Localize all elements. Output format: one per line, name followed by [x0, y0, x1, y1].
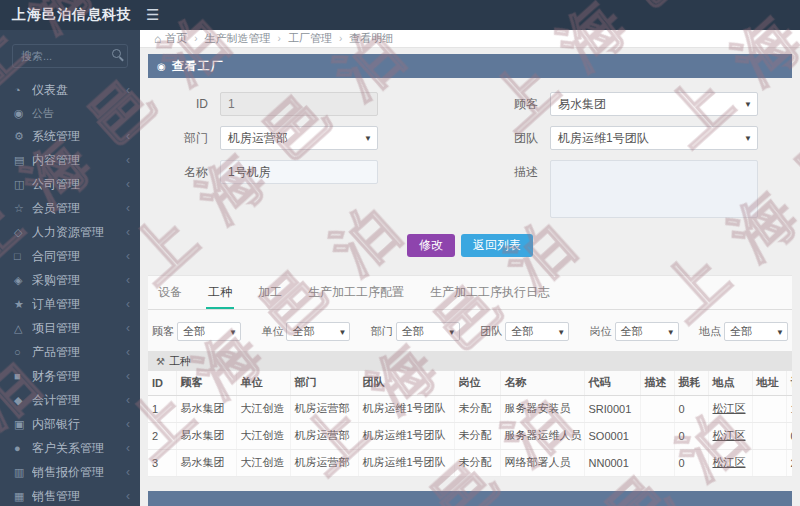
- tab-3[interactable]: 生产加工工序配置: [306, 276, 406, 309]
- tab-1[interactable]: 工种: [206, 276, 234, 309]
- cell-r0-c4: 机房运维1号团队: [358, 395, 454, 422]
- filter-4: 岗位全部▼: [590, 322, 679, 341]
- cell-r0-c12: 100.00: [786, 395, 792, 422]
- sidebar-item-15[interactable]: ●客户关系管理‹: [0, 436, 140, 460]
- column-header-0[interactable]: ID: [148, 371, 176, 395]
- sidebar-item-label: 会计管理: [32, 392, 126, 409]
- filter-label: 单位: [261, 324, 283, 339]
- cell-r0-c11: [752, 395, 786, 422]
- filter-label: 团队: [480, 324, 502, 339]
- filter-select-1[interactable]: 全部▼: [286, 322, 350, 341]
- name-field[interactable]: [220, 160, 378, 184]
- description-field[interactable]: [550, 160, 758, 218]
- chevron-icon: ‹: [126, 489, 130, 503]
- cell-r0-c10[interactable]: 松江区: [708, 395, 752, 422]
- column-header-9[interactable]: 损耗: [674, 371, 708, 395]
- filter-select-2[interactable]: 全部▼: [396, 322, 460, 341]
- sidebar-item-10[interactable]: △项目管理‹: [0, 316, 140, 340]
- cell-r2-c11: [752, 449, 786, 476]
- sidebar-item-1[interactable]: ◉公告: [0, 102, 140, 124]
- column-header-7[interactable]: 代码: [584, 371, 640, 395]
- cell-r2-c10[interactable]: 松江区: [708, 449, 752, 476]
- column-header-6[interactable]: 名称: [500, 371, 584, 395]
- cell-r1-c10[interactable]: 松江区: [708, 422, 752, 449]
- sidebar-item-5[interactable]: ☆会员管理‹: [0, 196, 140, 220]
- cell-r1-c0: 2: [148, 422, 176, 449]
- breadcrumb-item-3[interactable]: 查看明细: [349, 31, 393, 46]
- sidebar-item-label: 财务管理: [32, 368, 126, 385]
- sidebar-item-3[interactable]: ▤内容管理‹: [0, 148, 140, 172]
- sidebar-item-12[interactable]: ■财务管理‹: [0, 364, 140, 388]
- id-field[interactable]: [220, 92, 378, 116]
- sidebar-item-17[interactable]: ▦销售管理‹: [0, 484, 140, 506]
- column-header-2[interactable]: 单位: [236, 371, 290, 395]
- sidebar-item-2[interactable]: ⚙系统管理‹: [0, 124, 140, 148]
- dashboard-icon: ◔: [14, 84, 32, 96]
- filter-select-4[interactable]: 全部▼: [615, 322, 679, 341]
- sidebar-item-label: 项目管理: [32, 320, 126, 337]
- filter-select-3[interactable]: 全部▼: [505, 322, 569, 341]
- cell-r1-c2: 大江创造: [236, 422, 290, 449]
- sidebar-item-13[interactable]: ◆会计管理‹: [0, 388, 140, 412]
- table-row: 1易水集团大江创造机房运营部机房运维1号团队未分配服务器安装员SRI00010松…: [148, 395, 792, 422]
- breadcrumb-separator: ›: [194, 33, 197, 44]
- sidebar-item-7[interactable]: □合同管理‹: [0, 244, 140, 268]
- sidebar-item-6[interactable]: ◇人力资源管理‹: [0, 220, 140, 244]
- home-icon: ⌂: [154, 32, 161, 46]
- column-header-10[interactable]: 地点: [708, 371, 752, 395]
- department-select[interactable]: 机房运营部 ▼: [220, 126, 378, 150]
- tab-2[interactable]: 加工: [256, 276, 284, 309]
- content-icon: ▤: [14, 154, 32, 167]
- brand-title: 上海邑泊信息科技: [0, 6, 132, 24]
- hamburger-icon[interactable]: ☰: [146, 6, 159, 24]
- table-row: 3易水集团大江创造机房运营部机房运维1号团队未分配网络部署人员NN00010松江…: [148, 449, 792, 476]
- sidebar-item-14[interactable]: ▣内部银行‹: [0, 412, 140, 436]
- cell-r1-c8: [640, 422, 674, 449]
- search-input[interactable]: [12, 44, 128, 68]
- breadcrumb-item-2[interactable]: 工厂管理: [288, 31, 332, 46]
- modify-button[interactable]: 修改: [407, 234, 455, 257]
- detail-tabs: 设备工种加工生产加工工序配置生产加工工序执行日志: [148, 276, 792, 310]
- hr-icon: ◇: [14, 226, 32, 239]
- customer-select-value: 易水集团: [558, 97, 606, 111]
- sidebar-item-label: 采购管理: [32, 272, 126, 289]
- column-header-4[interactable]: 团队: [358, 371, 454, 395]
- finance-icon: ■: [14, 370, 32, 382]
- breadcrumb-item-0[interactable]: 首页: [165, 31, 187, 46]
- column-header-1[interactable]: 顾客: [176, 371, 236, 395]
- cell-r0-c9: 0: [674, 395, 708, 422]
- chevron-icon: ‹: [126, 297, 130, 311]
- column-header-12[interactable]: 计件人力成本: [786, 371, 792, 395]
- filter-3: 团队全部▼: [480, 322, 569, 341]
- team-select[interactable]: 机房运维1号团队 ▼: [550, 126, 758, 150]
- sidebar-item-16[interactable]: ▥销售报价管理‹: [0, 460, 140, 484]
- column-header-3[interactable]: 部门: [290, 371, 358, 395]
- filter-select-5[interactable]: 全部▼: [724, 322, 788, 341]
- back-to-list-button[interactable]: 返回列表: [461, 234, 533, 257]
- bottom-panel-header: [148, 491, 792, 506]
- filter-select-0[interactable]: 全部▼: [177, 322, 241, 341]
- sidebar-item-4[interactable]: ◫公司管理‹: [0, 172, 140, 196]
- chevron-icon: ‹: [126, 465, 130, 479]
- filter-0: 顾客全部▼: [152, 322, 241, 341]
- cell-r0-c8: [640, 395, 674, 422]
- sidebar-item-8[interactable]: ◈采购管理‹: [0, 268, 140, 292]
- id-label: ID: [154, 92, 220, 116]
- sidebar-item-label: 产品管理: [32, 344, 126, 361]
- customer-select[interactable]: 易水集团 ▼: [550, 92, 758, 116]
- sidebar-item-11[interactable]: ○产品管理‹: [0, 340, 140, 364]
- sidebar-item-9[interactable]: ★订单管理‹: [0, 292, 140, 316]
- department-select-value: 机房运营部: [228, 131, 288, 145]
- column-header-5[interactable]: 岗位: [454, 371, 500, 395]
- view-factory-form: ID 顾客 易水集团 ▼ 部门 机房运营部 ▼: [148, 78, 792, 275]
- tab-4[interactable]: 生产加工工序执行日志: [428, 276, 552, 309]
- team-select-value: 机房运维1号团队: [558, 131, 649, 145]
- breadcrumb-item-1[interactable]: 生产制造管理: [205, 31, 271, 46]
- column-header-8[interactable]: 描述: [640, 371, 674, 395]
- worktype-section-bar: ⚒ 工种: [148, 351, 792, 371]
- sidebar-item-0[interactable]: ◔仪表盘‹: [0, 78, 140, 102]
- filter-bar: 顾客全部▼单位全部▼部门全部▼团队全部▼岗位全部▼地点全部▼: [148, 310, 792, 351]
- search-icon[interactable]: [112, 49, 121, 58]
- tab-0[interactable]: 设备: [156, 276, 184, 309]
- column-header-11[interactable]: 地址: [752, 371, 786, 395]
